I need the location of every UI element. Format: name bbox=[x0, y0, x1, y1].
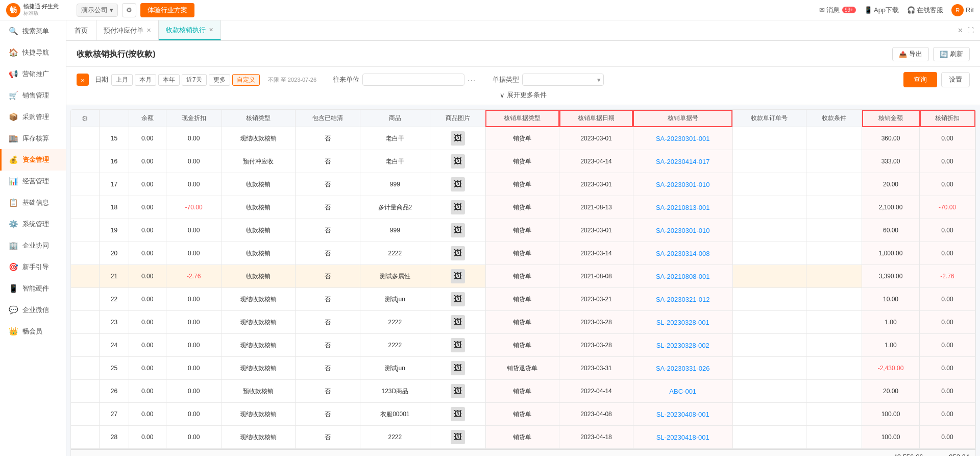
sidebar-item-system[interactable]: ⚙️ 系统管理 bbox=[0, 213, 66, 235]
bill-no-link[interactable]: ABC-001 bbox=[669, 388, 696, 395]
refresh-button[interactable]: 🔄 刷新 bbox=[933, 47, 970, 61]
bill-no-link[interactable]: SL-20230328-001 bbox=[656, 319, 709, 326]
message-icon: ✉ bbox=[819, 6, 825, 14]
table-row: 180.00-70.00收款核销否多计量商品2🖼销货单2021-08-13SA-… bbox=[71, 196, 975, 219]
sidebar-item-corp[interactable]: 🏢 企业协同 bbox=[0, 235, 66, 256]
sidebar-item-base[interactable]: 📋 基础信息 bbox=[0, 192, 66, 213]
date-this-month[interactable]: 本月 bbox=[135, 74, 156, 86]
tab-prepay-close[interactable]: ✕ bbox=[146, 27, 151, 34]
bill-no-link[interactable]: SL-20230328-002 bbox=[656, 342, 709, 349]
gear-button[interactable]: ⚙ bbox=[122, 3, 136, 17]
cell-verify-bill-no[interactable]: SL-20230408-001 bbox=[633, 403, 732, 426]
base-icon: 📋 bbox=[9, 198, 18, 207]
search-button[interactable]: 查询 bbox=[903, 72, 937, 87]
sidebar-item-purchase[interactable]: 📦 采购管理 bbox=[0, 106, 66, 128]
cell-settings bbox=[71, 357, 100, 380]
expand-more-button[interactable]: ∨ 展开更多条件 bbox=[500, 90, 547, 100]
type-select[interactable] bbox=[522, 74, 604, 86]
sidebar-item-newbie[interactable]: 🎯 新手引导 bbox=[0, 256, 66, 278]
sidebar-item-marketing[interactable]: 📢 营销推广 bbox=[0, 63, 66, 85]
tab-bar-right: ✕ ⛶ bbox=[958, 27, 980, 34]
date-hint: 不限 至 2023-07-26 bbox=[268, 76, 316, 84]
th-cash-discount: 现金折扣 bbox=[166, 110, 222, 127]
sidebar-item-search[interactable]: 🔍 搜索菜单 bbox=[0, 20, 66, 42]
bill-no-link[interactable]: SA-20210813-001 bbox=[656, 204, 710, 211]
cell-verify-date: 2023-03-01 bbox=[559, 173, 633, 196]
export-button[interactable]: 📤 导出 bbox=[892, 47, 929, 61]
cell-verify-discount: 0.00 bbox=[920, 288, 975, 311]
setting-button[interactable]: 设置 bbox=[941, 72, 970, 87]
cell-settings bbox=[71, 219, 100, 242]
cell-verify-bill-no[interactable]: SA-20210808-001 bbox=[633, 265, 732, 288]
sidebar-item-smart-hw[interactable]: 📱 智能硬件 bbox=[0, 278, 66, 299]
cell-verify-bill-no[interactable]: SA-20230321-012 bbox=[633, 288, 732, 311]
sidebar-item-quick-nav[interactable]: 🏠 快捷导航 bbox=[0, 42, 66, 63]
cell-included-clear: 否 bbox=[296, 311, 360, 334]
date-this-year[interactable]: 本年 bbox=[158, 74, 180, 86]
bill-no-link[interactable]: SL-20230408-001 bbox=[656, 411, 709, 418]
bill-no-link[interactable]: SA-20230301-010 bbox=[656, 227, 710, 234]
sidebar-item-business[interactable]: 📊 经营管理 bbox=[0, 171, 66, 192]
party-input[interactable] bbox=[362, 74, 464, 86]
close-all-icon[interactable]: ✕ bbox=[958, 27, 963, 34]
cell-verify-date: 2023-03-28 bbox=[559, 311, 633, 334]
sidebar-item-inventory[interactable]: 🏬 库存核算 bbox=[0, 128, 66, 149]
settings-icon[interactable]: ⚙ bbox=[82, 114, 88, 123]
solution-button[interactable]: 体验行业方案 bbox=[140, 3, 194, 17]
th-verify-amount: 核销金额 bbox=[862, 110, 920, 127]
bill-no-link[interactable]: SA-20230301-001 bbox=[656, 135, 710, 142]
cell-verify-bill-no[interactable]: SL-20230328-001 bbox=[633, 311, 732, 334]
cell-verify-bill-no[interactable]: SA-20230301-001 bbox=[633, 127, 732, 150]
cell-cash-discount: 0.00 bbox=[166, 242, 222, 265]
bill-no-link[interactable]: SA-20230331-026 bbox=[656, 365, 710, 372]
bill-no-link[interactable]: SA-20230321-012 bbox=[656, 296, 710, 303]
party-ellipsis[interactable]: ··· bbox=[468, 76, 476, 84]
expand-filter-button[interactable]: » bbox=[77, 74, 89, 86]
cell-goods: 多计量商品2 bbox=[360, 196, 430, 219]
cell-included-clear: 否 bbox=[296, 265, 360, 288]
date-range-buttons: 上月 本月 本年 近7天 更多 自定义 bbox=[111, 74, 260, 86]
cell-verify-date: 2023-03-01 bbox=[559, 219, 633, 242]
cell-verify-bill-no[interactable]: ABC-001 bbox=[633, 380, 732, 403]
cell-verify-bill-no[interactable]: SA-20230331-026 bbox=[633, 357, 732, 380]
cell-verify-bill-no[interactable]: SA-20230314-008 bbox=[633, 242, 732, 265]
tab-receipt-verify-close[interactable]: ✕ bbox=[209, 27, 213, 33]
cell-seq: 28 bbox=[100, 426, 129, 449]
date-custom[interactable]: 自定义 bbox=[232, 74, 260, 86]
cell-verify-date: 2023-03-31 bbox=[559, 357, 633, 380]
online-service-item[interactable]: 🎧 在线客服 bbox=[907, 6, 943, 15]
bill-no-link[interactable]: SA-20210808-001 bbox=[656, 273, 710, 280]
cell-verify-bill-no[interactable]: SL-20230328-002 bbox=[633, 334, 732, 357]
sidebar-item-label: 经营管理 bbox=[22, 177, 49, 186]
chevron-down-icon: ▾ bbox=[110, 6, 113, 14]
cell-verify-amount: 100.00 bbox=[862, 426, 920, 449]
date-more[interactable]: 更多 bbox=[209, 74, 230, 86]
user-area[interactable]: R Rit bbox=[951, 4, 974, 16]
bill-no-link[interactable]: SA-20230314-008 bbox=[656, 250, 710, 257]
date-7-days[interactable]: 近7天 bbox=[182, 74, 207, 86]
cell-verify-discount: 0.00 bbox=[920, 150, 975, 173]
sidebar-item-finance[interactable]: 💰 资金管理 bbox=[0, 149, 66, 171]
cell-verify-bill-no[interactable]: SL-20230418-001 bbox=[633, 426, 732, 449]
tab-home[interactable]: 首页 bbox=[66, 20, 96, 40]
bill-no-link[interactable]: SA-20230414-017 bbox=[656, 158, 710, 165]
bill-no-link[interactable]: SL-20230418-001 bbox=[656, 434, 709, 441]
cell-verify-bill-no[interactable]: SA-20230414-017 bbox=[633, 150, 732, 173]
date-last-month[interactable]: 上月 bbox=[111, 74, 133, 86]
org-selector[interactable]: 演示公司 ▾ bbox=[77, 4, 118, 17]
cell-verify-bill-no[interactable]: SA-20230301-010 bbox=[633, 219, 732, 242]
sidebar-item-wechat[interactable]: 💬 企业微信 bbox=[0, 299, 66, 321]
bill-no-link[interactable]: SA-20230301-010 bbox=[656, 181, 710, 188]
cell-goods-img: 🖼 bbox=[430, 357, 485, 380]
tab-prepay[interactable]: 预付冲应付单 ✕ bbox=[96, 20, 159, 40]
th-settings[interactable]: ⚙ bbox=[71, 110, 100, 127]
cell-verify-bill-no[interactable]: SA-20210813-001 bbox=[633, 196, 732, 219]
expand-icon[interactable]: ⛶ bbox=[967, 27, 974, 34]
tab-receipt-verify[interactable]: 收款核销执行 ✕ bbox=[159, 20, 221, 40]
cell-verify-bill-no[interactable]: SA-20230301-010 bbox=[633, 173, 732, 196]
messages-item[interactable]: ✉ 消息 99+ bbox=[819, 6, 856, 15]
app-download-item[interactable]: 📱 App下载 bbox=[864, 6, 899, 15]
cell-seq: 23 bbox=[100, 311, 129, 334]
sidebar-item-sales[interactable]: 🛒 销售管理 bbox=[0, 85, 66, 106]
sidebar-item-member[interactable]: 👑 畅会员 bbox=[0, 321, 66, 342]
